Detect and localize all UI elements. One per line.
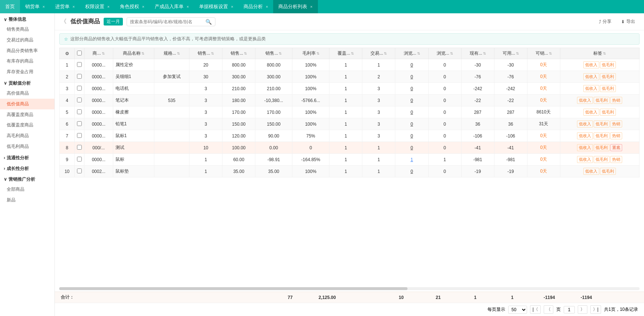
row-checkbox[interactable] bbox=[77, 86, 82, 91]
row-view1[interactable]: 0 bbox=[395, 71, 428, 83]
col-tags[interactable]: 标签⇅ bbox=[560, 48, 639, 59]
horizontal-scrollbar[interactable] bbox=[59, 287, 640, 290]
sidebar-item-stock-funds[interactable]: 库存资金占用 bbox=[0, 67, 54, 77]
search-input[interactable] bbox=[130, 19, 204, 24]
nav-close-analysis-list[interactable]: × bbox=[310, 4, 312, 9]
col-trade[interactable]: 交易...⇅ bbox=[362, 48, 395, 59]
row-view1[interactable]: 0 bbox=[395, 142, 428, 154]
sidebar-item-high-value[interactable]: 高价值商品 bbox=[0, 88, 54, 99]
col-view2[interactable]: 浏览...⇅ bbox=[428, 48, 461, 59]
nav-product-analysis[interactable]: 商品分析 × bbox=[238, 0, 273, 13]
nav-home[interactable]: 首页 bbox=[0, 0, 20, 13]
row-checkbox[interactable] bbox=[77, 169, 82, 173]
sidebar-group-growth[interactable]: › 成长性分析 bbox=[0, 163, 54, 173]
sidebar-item-low-value[interactable]: 低价值商品 bbox=[0, 99, 54, 109]
table-wrap[interactable]: ⚙ 商...⇅ 商品名称⇅ 规格...⇅ 销售...⇅ 销售...⇅ 销售...… bbox=[59, 48, 640, 287]
view-link[interactable]: 0 bbox=[410, 169, 413, 174]
row-checkbox-cell[interactable] bbox=[75, 142, 84, 154]
search-icon[interactable]: 🔍 bbox=[205, 19, 212, 25]
col-coverage[interactable]: 覆盖...⇅ bbox=[329, 48, 362, 59]
next-page-btn[interactable]: 〉 bbox=[578, 305, 587, 314]
col-code[interactable]: 商...⇅ bbox=[84, 48, 113, 59]
row-checkbox-cell[interactable] bbox=[75, 130, 84, 142]
search-box[interactable]: 🔍 bbox=[127, 17, 215, 26]
view-link[interactable]: 0 bbox=[410, 86, 413, 91]
row-checkbox-cell[interactable] bbox=[75, 59, 84, 71]
nav-close-sales[interactable]: × bbox=[43, 4, 45, 9]
col-view1[interactable]: 浏览...⇅ bbox=[395, 48, 428, 59]
row-view1[interactable]: 0 bbox=[395, 106, 428, 118]
row-checkbox-cell[interactable] bbox=[75, 118, 84, 130]
col-days[interactable]: 可销...⇅ bbox=[527, 48, 560, 59]
row-checkbox[interactable] bbox=[77, 74, 82, 79]
last-page-btn[interactable]: 〉| bbox=[590, 305, 601, 314]
col-qty[interactable]: 销售...⇅ bbox=[189, 48, 222, 59]
first-page-btn[interactable]: |〈 bbox=[530, 305, 541, 314]
row-view1[interactable]: 0 bbox=[395, 59, 428, 71]
col-margin[interactable]: 毛利率⇅ bbox=[292, 48, 329, 59]
row-view1[interactable]: 0 bbox=[395, 95, 428, 106]
sidebar-group-marketing[interactable]: ∨ 营销推广分析 bbox=[0, 173, 54, 184]
sidebar-item-low-margin[interactable]: 低毛利商品 bbox=[0, 141, 54, 152]
sidebar-group-overall[interactable]: ∨ 整体信息 bbox=[0, 13, 54, 24]
nav-close-analysis[interactable]: × bbox=[266, 4, 268, 9]
sidebar-item-low-coverage[interactable]: 低覆盖度商品 bbox=[0, 120, 54, 130]
row-view1[interactable]: 0 bbox=[395, 166, 428, 177]
nav-close-template[interactable]: × bbox=[231, 4, 233, 9]
page-size-select[interactable]: 50 100 200 bbox=[508, 306, 527, 314]
row-checkbox[interactable] bbox=[77, 157, 82, 162]
row-checkbox-cell[interactable] bbox=[75, 71, 84, 83]
col-sales2[interactable]: 销售...⇅ bbox=[255, 48, 292, 59]
col-sales1[interactable]: 销售...⇅ bbox=[222, 48, 255, 59]
row-checkbox[interactable] bbox=[77, 145, 82, 150]
row-checkbox[interactable] bbox=[77, 133, 82, 138]
view-link[interactable]: 0 bbox=[410, 145, 413, 150]
row-checkbox-cell[interactable] bbox=[75, 95, 84, 106]
sidebar-item-stock-products[interactable]: 有库存的商品 bbox=[0, 56, 54, 67]
sidebar-item-high-coverage[interactable]: 高覆盖度商品 bbox=[0, 109, 54, 120]
nav-product-analysis-list[interactable]: 商品分析列表 × bbox=[273, 0, 318, 13]
col-name[interactable]: 商品名称⇅ bbox=[113, 48, 154, 59]
nav-close-purchase[interactable]: × bbox=[73, 4, 75, 9]
sidebar-item-category-rate[interactable]: 商品分类销售率 bbox=[0, 45, 54, 56]
view-link[interactable]: 0 bbox=[410, 74, 413, 79]
sidebar-item-sales-products[interactable]: 销售类商品 bbox=[0, 24, 54, 35]
prev-page-btn[interactable]: 〈 bbox=[544, 305, 553, 314]
row-view1[interactable]: 0 bbox=[395, 118, 428, 130]
view-link[interactable]: 0 bbox=[410, 98, 413, 103]
sidebar-item-traded-products[interactable]: 交易过的商品 bbox=[0, 35, 54, 45]
nav-sales-order[interactable]: 销货单 × bbox=[20, 0, 50, 13]
row-view1[interactable]: 1 bbox=[395, 154, 428, 166]
view-link[interactable]: 0 bbox=[410, 122, 413, 127]
col-settings[interactable]: ⚙ bbox=[60, 48, 75, 59]
sidebar-group-contribution[interactable]: ∨ 贡献值分析 bbox=[0, 77, 54, 88]
nav-close-product[interactable]: × bbox=[187, 4, 189, 9]
nav-role-auth[interactable]: 角色授权 × bbox=[115, 0, 150, 13]
col-stock[interactable]: 现有...⇅ bbox=[461, 48, 494, 59]
filter-tag-recent-month[interactable]: 近一月 bbox=[104, 18, 123, 26]
row-checkbox[interactable] bbox=[77, 109, 82, 114]
collapse-sidebar-btn[interactable]: 《 bbox=[61, 18, 67, 26]
row-checkbox-cell[interactable] bbox=[75, 106, 84, 118]
nav-purchase-order[interactable]: 进货单 × bbox=[50, 0, 80, 13]
col-checkbox[interactable] bbox=[75, 48, 84, 59]
sidebar-item-all-products[interactable]: 全部商品 bbox=[0, 184, 54, 195]
nav-product-entry[interactable]: 产成品入库单 × bbox=[150, 0, 194, 13]
row-view1[interactable]: 0 bbox=[395, 130, 428, 142]
page-number-input[interactable] bbox=[564, 306, 575, 313]
sidebar-item-high-margin[interactable]: 高毛利商品 bbox=[0, 130, 54, 141]
col-avail[interactable]: 可用...⇅ bbox=[494, 48, 527, 59]
sidebar-group-circulation[interactable]: › 流通性分析 bbox=[0, 152, 54, 163]
sidebar-item-new-products[interactable]: 新品 bbox=[0, 195, 54, 205]
row-checkbox[interactable] bbox=[77, 121, 82, 126]
row-checkbox[interactable] bbox=[77, 98, 82, 102]
select-all-checkbox[interactable] bbox=[77, 51, 82, 55]
nav-close-permission[interactable]: × bbox=[107, 4, 110, 9]
nav-permission[interactable]: 权限设置 × bbox=[80, 0, 115, 13]
col-spec[interactable]: 规格...⇅ bbox=[154, 48, 189, 59]
nav-close-role[interactable]: × bbox=[142, 4, 144, 9]
view-link[interactable]: 0 bbox=[410, 110, 413, 115]
view-link[interactable]: 0 bbox=[410, 62, 413, 68]
view-link[interactable]: 1 bbox=[410, 157, 413, 162]
scrollbar-thumb[interactable] bbox=[59, 287, 407, 290]
